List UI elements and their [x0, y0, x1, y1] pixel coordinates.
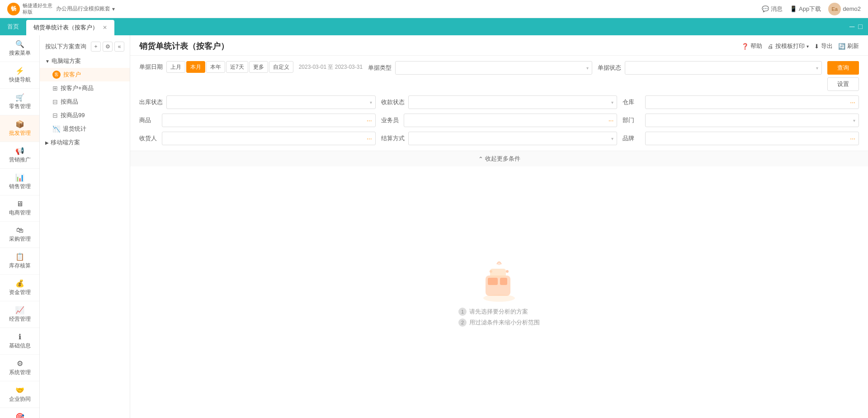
receipt-status-ctrl: ▾ — [408, 95, 618, 109]
message-action[interactable]: 💬 消息 — [762, 5, 783, 13]
sidebar-item-finance[interactable]: 💰 资金管理 — [0, 275, 39, 301]
sidebar-item-wholesale[interactable]: 📦 批发管理 — [0, 115, 39, 142]
receipt-status-select[interactable]: ▾ — [408, 95, 618, 109]
help-label: 帮助 — [750, 42, 762, 50]
tab-maximize-icon[interactable]: □ — [858, 23, 863, 31]
sidebar-item-cooperation[interactable]: 🤝 企业协同 — [0, 381, 39, 408]
sidebar-item-quick-nav[interactable]: ⚡ 快捷导航 — [0, 62, 39, 89]
brand-select[interactable]: ··· — [645, 132, 859, 145]
username-label: demo2 — [843, 5, 861, 12]
sidebar-item-new-guide[interactable]: 🎯 新手引导 — [0, 408, 39, 418]
customer-scheme-icon: 客 — [52, 71, 61, 79]
page-title-bar: 销货单统计表（按客户） ❓ 帮助 🖨 按模板打印 ▾ ⬇ — [130, 35, 868, 56]
scheme-category-mobile[interactable]: ▶ 移动端方案 — [40, 136, 130, 149]
sidebar-item-sys-mgmt[interactable]: ⚙ 系统管理 — [0, 355, 39, 381]
scheme-item-by-goods[interactable]: ⊟ 按商品 — [40, 95, 130, 109]
sidebar-item-retail[interactable]: 🛒 零售管理 — [0, 89, 39, 115]
scheme-item-label: 按客户+商品 — [61, 84, 94, 92]
app-download-action[interactable]: 📱 App下载 — [790, 5, 821, 13]
scheme-add-button[interactable]: + — [91, 42, 101, 52]
export-label: 导出 — [821, 42, 833, 50]
settlement-label: 结算方式 — [381, 134, 405, 142]
sidebar-item-search-menu[interactable]: 🔍 搜索菜单 — [0, 35, 39, 62]
breadcrumb-dropdown-icon[interactable]: ▾ — [112, 6, 115, 12]
export-button[interactable]: ⬇ 导出 — [814, 42, 833, 50]
sidebar-item-purchase[interactable]: 🛍 采购管理 — [0, 222, 39, 248]
scheme-panel-title: 按以下方案查询 — [45, 43, 86, 51]
empty-state: 1 请先选择要分析的方案 2 用过滤条件来缩小分析范围 — [130, 166, 868, 418]
export-icon: ⬇ — [814, 43, 819, 50]
scheme-collapse-button[interactable]: « — [114, 42, 124, 52]
main-layout: 🔍 搜索菜单 ⚡ 快捷导航 🛒 零售管理 📦 批发管理 📢 营销推广 📊 销售管… — [0, 35, 868, 418]
filter-row-3: 商品 ··· 业务员 — [139, 114, 859, 127]
sidebar-item-label: 库存核算 — [9, 262, 31, 269]
sidebar-item-operations[interactable]: 📈 经营管理 — [0, 301, 39, 328]
goods-label: 商品 — [139, 116, 158, 124]
sidebar-item-label: 电商管理 — [9, 209, 31, 216]
category-arrow-icon: ▼ — [45, 59, 50, 64]
tab-sales-stat[interactable]: 销货单统计表（按客户） ✕ — [26, 20, 114, 35]
header-right: 💬 消息 📱 App下载 Ea demo2 — [762, 3, 861, 15]
logo-area: 畅 畅捷通好生意 标版 — [7, 3, 52, 15]
refresh-button[interactable]: 🔄 刷新 — [838, 42, 859, 50]
user-area[interactable]: Ea demo2 — [828, 3, 861, 15]
doc-type-select[interactable]: ▾ — [395, 61, 592, 75]
salesperson-select[interactable]: ··· — [404, 114, 618, 127]
goods-ctrl: ··· — [162, 114, 376, 127]
scheme-item-label: 退货统计 — [63, 125, 86, 133]
mobile-category-label: 移动端方案 — [51, 138, 80, 147]
breadcrumb-text: 办公用品行业模拟账套 — [56, 5, 110, 13]
scheme-item-by-goods99[interactable]: ⊟ 按商品99 — [40, 109, 130, 122]
customer-goods-icon: ⊞ — [52, 85, 58, 92]
sidebar-item-label: 快捷导航 — [9, 76, 31, 83]
tab-minimize-icon[interactable]: ─ — [849, 23, 854, 31]
empty-state-image — [472, 255, 526, 300]
help-button[interactable]: ❓ 帮助 — [741, 42, 762, 50]
query-button[interactable]: 查询 — [827, 61, 859, 75]
template-print-button[interactable]: 🖨 按模板打印 ▾ — [768, 42, 809, 50]
hint2-text: 用过滤条件来缩小分析范围 — [469, 318, 540, 327]
svg-rect-6 — [490, 269, 506, 278]
doc-type-label: 单据类型 — [368, 64, 392, 72]
dept-label: 部门 — [623, 116, 642, 124]
warehouse-select[interactable]: ··· — [645, 95, 859, 109]
sidebar-item-label: 企业协同 — [9, 396, 31, 402]
recipient-select[interactable]: ··· — [162, 132, 376, 145]
filter-row-2: 出库状态 ▾ 收款状态 — [139, 95, 859, 109]
scheme-item-by-customer-goods[interactable]: ⊞ 按客户+商品 — [40, 81, 130, 95]
scheme-category-desktop[interactable]: ▼ 电脑端方案 — [40, 54, 130, 68]
goods-select[interactable]: ··· — [162, 114, 376, 127]
sidebar-item-basic-info[interactable]: ℹ 基础信息 — [0, 328, 39, 355]
scheme-item-by-customer[interactable]: 客 按客户 — [40, 68, 130, 81]
tab-close-icon[interactable]: ✕ — [103, 24, 107, 31]
brand-ctrl: ··· — [645, 132, 859, 145]
sidebar-item-sales[interactable]: 📊 销售管理 — [0, 169, 39, 195]
hint-2: 2 用过滤条件来缩小分析范围 — [458, 318, 540, 327]
sidebar-item-inventory[interactable]: 📋 库存核算 — [0, 248, 39, 275]
salesperson-ctrl: ··· — [404, 114, 618, 127]
date-btn-custom[interactable]: 自定义 — [269, 61, 293, 73]
date-btn-more[interactable]: 更多 — [249, 61, 268, 73]
scheme-settings-button[interactable]: ⚙ — [103, 42, 113, 52]
recipient-ctrl: ··· — [162, 132, 376, 145]
scheme-item-return-stat[interactable]: 📉 退货统计 — [40, 122, 130, 136]
sys-icon: ⚙ — [2, 359, 38, 368]
query-area: 销货单统计表（按客户） ❓ 帮助 🖨 按模板打印 ▾ ⬇ — [130, 35, 868, 418]
page-content: 按以下方案查询 + ⚙ « ▼ — [40, 35, 868, 418]
settings-button[interactable]: 设置 — [827, 77, 859, 91]
date-btn-this-month[interactable]: 本月 — [186, 61, 205, 73]
date-btn-last-month[interactable]: 上月 — [166, 61, 185, 73]
salesperson-dots-icon: ··· — [609, 117, 614, 124]
sidebar-item-marketing[interactable]: 📢 营销推广 — [0, 142, 39, 169]
tab-home[interactable]: 首页 — [0, 18, 26, 35]
dept-dropdown-icon: ▾ — [853, 118, 855, 123]
sidebar-item-ecommerce[interactable]: 🖥 电商管理 — [0, 195, 39, 222]
date-btn-this-year[interactable]: 本年 — [206, 61, 225, 73]
date-btn-last7[interactable]: 近7天 — [226, 61, 248, 73]
dept-select[interactable]: ▾ — [645, 114, 859, 127]
settlement-select[interactable]: ▾ — [408, 132, 618, 145]
doc-status-select[interactable]: ▾ — [625, 61, 822, 75]
collapse-row[interactable]: ⌃ 收起更多条件 — [130, 151, 868, 166]
help-icon: ❓ — [741, 43, 749, 50]
out-status-select[interactable]: ▾ — [166, 95, 376, 109]
